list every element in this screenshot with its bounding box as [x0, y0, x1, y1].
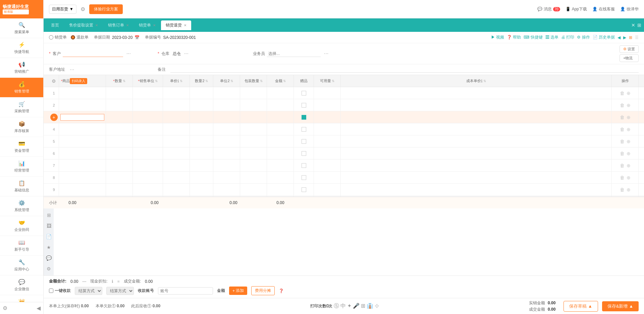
sidebar-item-purchase[interactable]: 🛒 采购管理	[0, 98, 43, 117]
td-amount[interactable]	[267, 111, 294, 123]
sidebar-item-member[interactable]: 👑 畅会员	[0, 295, 43, 302]
gift-checkbox[interactable]	[302, 103, 306, 108]
right-panel-msg-icon[interactable]: 💬	[45, 254, 53, 262]
cost-info-icon[interactable]: ℹ	[481, 79, 483, 83]
delete-row-icon[interactable]: 🗑	[620, 103, 625, 108]
discount-info-icon[interactable]: ℹ	[112, 279, 113, 284]
save-draft-button[interactable]: 保存草稿 ▲	[564, 301, 598, 312]
account-input[interactable]	[158, 287, 213, 295]
td-cost[interactable]	[341, 87, 612, 99]
qty-sort-icon[interactable]: ⇅	[123, 79, 125, 83]
customer-dots[interactable]: ···	[126, 51, 131, 57]
td-avail[interactable]	[314, 87, 341, 99]
history-btn[interactable]: 📄 历史单据	[593, 35, 615, 40]
td-gift[interactable]	[294, 99, 314, 111]
sidebar-item-newuser[interactable]: 📖 新手引导	[0, 236, 43, 256]
unit-sort-icon[interactable]: ⇅	[155, 79, 158, 83]
td-qty[interactable]	[106, 87, 133, 99]
add-payment-button[interactable]: + 添加	[229, 287, 247, 295]
packqty-sort-icon[interactable]: ⇅	[260, 79, 263, 83]
tab-sales-return[interactable]: 销货退货 ✕	[161, 20, 191, 30]
print-btn[interactable]: 🖨 打印	[561, 35, 574, 40]
td-amount[interactable]	[267, 87, 294, 99]
td-cost[interactable]	[341, 123, 612, 135]
cost-sort-icon[interactable]: ⇅	[483, 79, 486, 83]
td-unit[interactable]	[133, 99, 163, 111]
td-qty[interactable]	[106, 123, 133, 135]
tab-close-all[interactable]: ✕	[631, 22, 635, 28]
footer-icon-5[interactable]: ⊞	[361, 303, 365, 310]
sidebar-item-basic[interactable]: 📋 基础信息	[0, 177, 43, 196]
tab-menu-icon[interactable]: ⊞	[637, 22, 641, 28]
salesperson-dots[interactable]: ···	[324, 51, 328, 57]
delete-row-icon[interactable]: 🗑	[620, 163, 625, 168]
gift-checkbox[interactable]	[302, 175, 306, 180]
td-product[interactable]	[59, 87, 106, 99]
td-amount[interactable]	[267, 99, 294, 111]
delete-row-icon[interactable]: 🗑	[620, 151, 625, 156]
copy-row-icon[interactable]: ⊕	[627, 90, 631, 96]
tab-home[interactable]: 首页	[46, 20, 64, 30]
address-dots[interactable]: ···	[70, 67, 74, 73]
warehouse-dots[interactable]: ···	[184, 51, 189, 57]
footer-icon-3[interactable]: ✦	[347, 303, 352, 310]
td-cost[interactable]	[341, 99, 612, 111]
add-row-button[interactable]: +	[50, 114, 58, 121]
price-sort-icon[interactable]: ⇅	[180, 79, 182, 83]
amount-sort-icon[interactable]: ⇅	[283, 79, 286, 83]
settlement-select[interactable]: 结算方式	[75, 287, 102, 295]
td-unit2[interactable]	[213, 87, 240, 99]
calendar-icon[interactable]: 📅	[135, 35, 140, 40]
td-packqty[interactable]	[240, 111, 267, 123]
td-unit[interactable]	[133, 111, 163, 123]
shortcut-btn[interactable]: ⌨ 快捷键	[524, 35, 542, 40]
td-unit2[interactable]	[213, 111, 240, 123]
tab-close-icon[interactable]: ✕	[153, 23, 156, 27]
td-price[interactable]	[163, 123, 190, 135]
payment-checkbox[interactable]: 一键收款	[49, 288, 71, 294]
sidebar-item-marketing[interactable]: 📢 营销推广	[0, 58, 43, 78]
payment-checkbox-input[interactable]	[49, 289, 53, 293]
td-gift[interactable]	[294, 111, 314, 123]
td-avail[interactable]	[314, 111, 341, 123]
delete-row-icon[interactable]: 🗑	[620, 187, 625, 192]
app-download-btn[interactable]: 📱 App下载	[566, 6, 587, 12]
td-unit2[interactable]	[213, 123, 240, 135]
td-packqty[interactable]	[240, 87, 267, 99]
gift-checkbox[interactable]	[302, 163, 306, 168]
copy-row-icon[interactable]: ⊕	[627, 151, 631, 156]
select-btn[interactable]: ☰ 选单	[545, 35, 558, 40]
radio-return-input[interactable]	[71, 35, 75, 40]
footer-icon-7[interactable]: ⊹	[375, 303, 379, 310]
ops-btn[interactable]: ⚙ 操作	[577, 35, 590, 40]
avail-sort-icon[interactable]: ⇅	[332, 79, 334, 83]
copy-row-icon[interactable]: ⊕	[627, 139, 631, 144]
delete-row-icon[interactable]: 🗑	[620, 115, 625, 120]
salesperson-input[interactable]	[267, 51, 321, 57]
footer-icon-4[interactable]: 🎤	[353, 303, 360, 310]
user-avatar[interactable]: 👤 徐泽华	[620, 6, 639, 12]
collapse-icon[interactable]: ◀	[37, 305, 41, 311]
copy-row-icon[interactable]: ⊕	[627, 115, 631, 120]
td-product[interactable]	[59, 111, 106, 123]
customer-input[interactable]	[63, 51, 123, 57]
td-unit2[interactable]	[213, 99, 240, 111]
list-view-icon[interactable]: ☰	[635, 35, 639, 40]
save-new-button[interactable]: 保存&新增 ▲	[602, 301, 639, 311]
fenpai-button[interactable]: 费用分摊	[251, 286, 275, 295]
qty2-sort-icon[interactable]: ⇅	[205, 79, 208, 83]
tab-close-icon[interactable]: ✕	[184, 23, 186, 27]
right-panel-doc-icon[interactable]: 📄	[45, 233, 53, 241]
product-input-active[interactable]	[60, 114, 104, 121]
td-unit[interactable]	[133, 123, 163, 135]
td-cost[interactable]	[341, 111, 612, 123]
video-btn[interactable]: ▶ 视频	[491, 35, 504, 40]
sidebar-item-sales[interactable]: 💰 销售管理	[0, 78, 43, 98]
message-btn[interactable]: 💬 消息 70	[537, 6, 560, 12]
td-qty2[interactable]	[190, 99, 213, 111]
sidebar-item-wechat[interactable]: 💬 企业微信	[0, 275, 43, 295]
industry-select[interactable]: 日用百货 ▼	[49, 5, 76, 14]
radio-sales[interactable]: 销货单	[49, 35, 67, 40]
radio-sales-input[interactable]	[49, 35, 53, 40]
prev-icon[interactable]: ◀	[618, 35, 621, 40]
